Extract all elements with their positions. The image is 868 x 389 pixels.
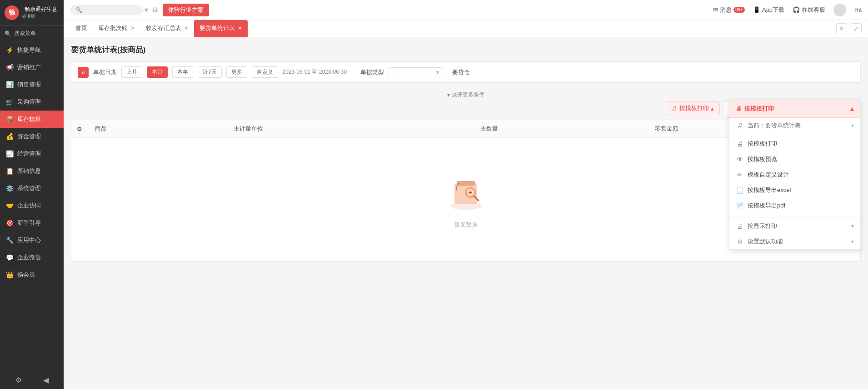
date-filter-7days[interactable]: 近7天 <box>198 66 222 78</box>
operation-icon: 📈 <box>5 150 14 158</box>
page-title: 要货单统计表(按商品) <box>71 45 861 55</box>
sidebar-nav: ⚡ 快捷导航 📢 营销推广 📊 销售管理 🛒 采购管理 📦 库存核算 💰 资金管… <box>0 41 64 371</box>
dropdown-item-template-preview-label: 按模板预览 <box>748 155 777 163</box>
sidebar-item-label: 新手引导 <box>17 219 41 227</box>
sidebar-item-label: 快捷导航 <box>17 46 41 54</box>
tab-inventory-batch[interactable]: 库存批次账 ✕ <box>93 20 140 37</box>
online-support-btn[interactable]: 🎧 在线客服 <box>793 6 825 14</box>
sidebar-item-inventory[interactable]: 📦 库存核算 <box>0 111 64 128</box>
goods-filter-label: 要货仓 <box>452 68 470 76</box>
member-icon: 👑 <box>5 271 14 279</box>
content-area: 要货单统计表(按商品) » 单据日期 上月 本月 本年 近7天 更多 自定义 2… <box>64 37 868 389</box>
topbar-settings-icon[interactable]: ⚙ <box>152 5 158 14</box>
date-filter-custom[interactable]: 自定义 <box>252 66 278 78</box>
dropdown-display-print[interactable]: 🖨 按显示打印 ▾ <box>729 218 860 234</box>
tab-home[interactable]: 首页 <box>70 20 93 37</box>
dropdown-items: 🖨 按模板打印 👁 按模板预览 ✏ 模板自定义设计 📄 按模板导出excel 📄 <box>729 133 860 216</box>
dropdown-set-default[interactable]: ⚙ 设置默认功能 ▾ <box>729 234 860 249</box>
tabs-bar: 首页 库存批次账 ✕ 收发存汇总表 ✕ 要货单统计表 ✕ ✕ ⤢ <box>64 20 868 37</box>
date-filter-last-month[interactable]: 上月 <box>121 66 142 78</box>
dropdown-template-custom-icon: ✏ <box>736 171 744 178</box>
sidebar-item-marketing[interactable]: 📢 营销推广 <box>0 59 64 76</box>
dropdown-title-text: 按模板打印 <box>744 105 774 113</box>
expand-more-icon: ▾ <box>447 92 450 98</box>
tab-order-stats[interactable]: 要货单统计表 ✕ <box>194 20 248 37</box>
sidebar-item-label: 经营管理 <box>17 150 41 158</box>
dropdown-set-default-label: 设置默认功能 <box>748 237 783 246</box>
dropdown-set-default-left: ⚙ 设置默认功能 <box>736 237 783 246</box>
dropdown-title: 🖨 按模板打印 <box>736 105 774 113</box>
sidebar-item-appstore[interactable]: 🔧 应用中心 <box>0 232 64 249</box>
empty-text: 暂无数据 <box>454 221 478 229</box>
tab-expand-btn[interactable]: ⤢ <box>851 23 862 34</box>
app-name: 畅康通好生意 <box>25 6 57 13</box>
tab-inventory-batch-close[interactable]: ✕ <box>130 25 135 31</box>
experience-btn[interactable]: 体验行业方案 <box>163 4 209 16</box>
sidebar-item-guide[interactable]: 🎯 新手引导 <box>0 214 64 232</box>
sidebar-item-finance[interactable]: 💰 资金管理 <box>0 128 64 145</box>
sidebar-item-label: 企业微信 <box>17 253 41 262</box>
dropdown-item-template-custom[interactable]: ✏ 模板自定义设计 <box>729 167 860 182</box>
sidebar-item-purchase[interactable]: 🛒 采购管理 <box>0 93 64 111</box>
date-filter-more[interactable]: 更多 <box>226 66 247 78</box>
tab-home-label: 首页 <box>75 24 87 32</box>
order-type-select[interactable]: ▾ <box>389 67 443 77</box>
search-label: 搜索菜单 <box>14 30 36 37</box>
collapse-btn[interactable]: ◀ <box>43 376 49 384</box>
topbar-search[interactable]: 🔍 <box>70 5 143 15</box>
dropdown-expand-btn[interactable]: ▴ <box>850 104 854 113</box>
sidebar-item-sales[interactable]: 📊 销售管理 <box>0 76 64 93</box>
dropdown-display-print-arrow: ▾ <box>851 223 854 229</box>
sidebar-item-label: 采购管理 <box>17 98 41 106</box>
app-download-btn[interactable]: 📱 App下载 <box>753 6 784 14</box>
th-settings-icon[interactable]: ⚙ <box>77 126 82 132</box>
sidebar-item-wechat[interactable]: 💬 企业微信 <box>0 249 64 266</box>
tab-order-stats-close[interactable]: ✕ <box>238 25 242 31</box>
tab-close-btn[interactable]: ✕ <box>836 23 847 34</box>
user-avatar[interactable] <box>833 4 846 16</box>
date-filter-this-year[interactable]: 本年 <box>172 66 193 78</box>
topbar-right: ✉ 消息 99+ 📱 App下载 🎧 在线客服 Rit <box>713 4 862 16</box>
main-area: 🔍 ▾ ⚙ 体验行业方案 ✉ 消息 99+ 📱 App下载 🎧 在线客服 Rit <box>64 0 868 389</box>
dropdown-current-left: 🖨 当前：要货单统计表 <box>736 121 801 130</box>
tab-receivable-close[interactable]: ✕ <box>184 25 189 31</box>
dropdown-template-print-icon: 🖨 <box>736 140 744 147</box>
dropdown-display-print-icon: 🖨 <box>736 222 744 230</box>
search-icon: 🔍 <box>5 30 11 37</box>
sidebar-item-label: 企业协同 <box>17 202 41 210</box>
sidebar-item-basic[interactable]: 📋 基础信息 <box>0 162 64 180</box>
sidebar: 畅 畅康通好生意 标准版 🔍 搜索菜单 ⚡ 快捷导航 📢 营销推广 📊 销售管理… <box>0 0 64 389</box>
th-qty: 主数量 <box>475 120 649 138</box>
messages-badge: 99+ <box>733 7 745 13</box>
filter-bar: » 单据日期 上月 本月 本年 近7天 更多 自定义 2023-06-01 至 … <box>71 61 861 83</box>
filter-expand-icon[interactable]: » <box>78 67 89 78</box>
sidebar-item-operation[interactable]: 📈 经营管理 <box>0 145 64 162</box>
dropdown-current-icon: 🖨 <box>736 122 744 129</box>
topbar-nav-dropdown[interactable]: ▾ <box>145 5 148 14</box>
sidebar-item-system[interactable]: ⚙️ 系统管理 <box>0 180 64 197</box>
dropdown-item-template-print[interactable]: 🖨 按模板打印 <box>729 136 860 152</box>
app-logo-icon: 畅 <box>5 5 19 20</box>
system-icon: ⚙️ <box>5 184 14 192</box>
sidebar-search[interactable]: 🔍 搜索菜单 <box>0 26 64 41</box>
settings-btn[interactable]: ⚙ <box>15 376 22 384</box>
dropdown-current-arrow: ▾ <box>851 122 854 129</box>
dropdown-item-template-preview[interactable]: 👁 按模板预览 <box>729 152 860 167</box>
sidebar-item-member[interactable]: 👑 畅会员 <box>0 266 64 283</box>
dropdown-divider <box>729 217 860 217</box>
dropdown-export-pdf-icon: 📄 <box>736 202 744 209</box>
dropdown-current-item[interactable]: 🖨 当前：要货单统计表 ▾ <box>729 118 860 133</box>
marketing-icon: 📢 <box>5 63 14 71</box>
template-print-btn[interactable]: 🖨 按模板打印 ▴ <box>666 101 720 115</box>
dropdown-current-label: 当前：要货单统计表 <box>748 121 801 130</box>
dropdown-set-default-arrow: ▾ <box>851 238 854 245</box>
dropdown-item-export-excel[interactable]: 📄 按模板导出excel <box>729 182 860 198</box>
messages-btn[interactable]: ✉ 消息 99+ <box>713 6 745 14</box>
dropdown-export-excel-icon: 📄 <box>736 187 744 194</box>
tab-receivable[interactable]: 收发存汇总表 ✕ <box>140 20 194 37</box>
sidebar-item-quick-nav[interactable]: ⚡ 快捷导航 <box>0 41 64 59</box>
date-filter-this-month[interactable]: 本月 <box>147 66 168 78</box>
tab-inventory-batch-label: 库存批次账 <box>98 24 128 32</box>
sidebar-item-enterprise[interactable]: 🤝 企业协同 <box>0 197 64 214</box>
dropdown-item-export-pdf[interactable]: 📄 按模板导出pdf <box>729 198 860 213</box>
